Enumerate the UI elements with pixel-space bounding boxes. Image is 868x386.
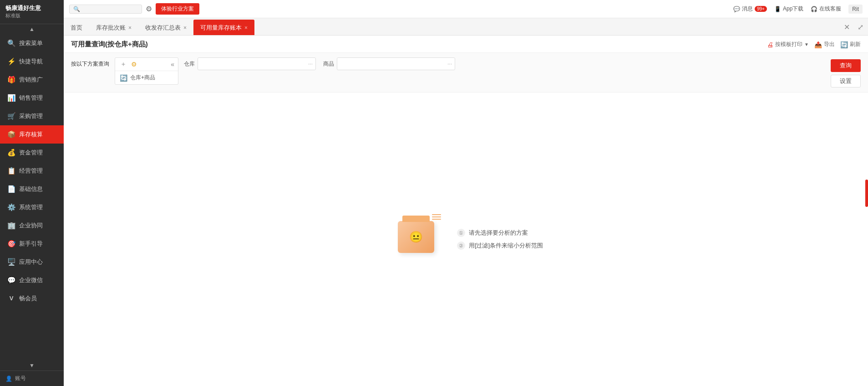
message-btn[interactable]: 💬 消息 99+ [733,5,767,13]
sidebar-item-operation[interactable]: 📋 经营管理 [0,162,64,180]
topbar-search-input[interactable] [82,6,137,12]
scheme-item-icon: 🔄 [120,74,127,82]
tab-available-ledger[interactable]: 可用量库存账本 × [193,20,254,35]
warehouse-label: 仓库 [184,60,195,68]
system-icon: ⚙️ [7,203,15,211]
export-btn[interactable]: 📤 导出 [814,41,835,48]
goods-label: 商品 [323,60,334,68]
right-scrollbar[interactable] [865,180,868,207]
goods-input[interactable] [337,61,445,67]
tab-available-ledger-label: 可用量库存账本 [200,24,242,32]
sidebar-item-label: 新手引导 [19,240,43,248]
refresh-icon: 🔄 [840,41,848,48]
scheme-item-label: 仓库+商品 [130,74,155,82]
sidebar-item-search[interactable]: 🔍 搜索菜单 [0,34,64,52]
sidebar-footer[interactable]: 👤 账号 [0,371,64,386]
tab-receipt-summary-close[interactable]: × [183,25,187,31]
user-btn[interactable]: Rit [848,5,863,14]
filter-scheme-panel: ＋ ⚙ « 🔄 仓库+商品 [115,57,178,85]
wechat-icon: 💬 [7,276,15,284]
sidebar-item-member[interactable]: V 畅会员 [0,289,64,308]
tab-available-ledger-close[interactable]: × [244,25,248,31]
sidebar-item-wechat[interactable]: 💬 企业微信 [0,271,64,289]
empty-hints: ① 请先选择要分析的方案 ② 用[过滤]条件来缩小分析范围 [457,229,543,250]
hint-number-2: ② [457,242,465,250]
page-header-actions: 🖨 按模板打印 ▼ 📤 导出 🔄 刷新 [767,41,861,48]
goods-input-wrap[interactable]: ··· [337,57,455,70]
goods-more-btn[interactable]: ··· [445,61,455,67]
page-content: 可用量查询(按仓库+商品) 🖨 按模板打印 ▼ 📤 导出 🔄 刷新 按以下 [64,36,868,386]
appcenter-icon: 🖥️ [7,258,15,266]
sidebar-item-inventory[interactable]: 📦 库存核算 [0,125,64,144]
filter-label: 按以下方案查询 [71,57,109,68]
sidebar-header: 畅康通好生意 标准版 [0,0,64,24]
warehouse-input[interactable] [198,61,305,67]
sidebar-scroll-up[interactable]: ▲ [0,24,64,34]
scheme-add-btn[interactable]: ＋ [119,60,128,69]
sidebar-item-system[interactable]: ⚙️ 系统管理 [0,198,64,216]
sidebar-item-newuser[interactable]: 🎯 新手引导 [0,235,64,253]
sidebar: 畅康通好生意 标准版 ▲ 🔍 搜索菜单 ⚡ 快捷导航 🎁 营销推广 📊 销售管理… [0,0,64,386]
sales-icon: 📊 [7,94,15,102]
sidebar-item-label: 系统管理 [19,203,43,211]
sidebar-item-label: 库存核算 [19,130,43,139]
sidebar-item-purchase[interactable]: 🛒 采购管理 [0,107,64,125]
sidebar-scroll-down[interactable]: ▼ [0,360,64,371]
message-label: 消息 [742,5,753,13]
brand-tag: 标准版 [5,12,58,19]
hint-number-1: ① [457,229,465,237]
print-label: 按模板打印 [775,41,802,48]
tab-home[interactable]: 首页 [64,20,89,35]
print-btn[interactable]: 🖨 按模板打印 ▼ [767,41,809,48]
sidebar-item-sales[interactable]: 📊 销售管理 [0,89,64,107]
sidebar-item-label: 基础信息 [19,185,43,193]
query-button[interactable]: 查询 [831,59,861,72]
hint-text-1: 请先选择要分析的方案 [469,229,528,237]
tab-batch-account-label: 库存批次账 [96,24,126,32]
app-download-btn[interactable]: 📱 App下载 [774,5,803,13]
sidebar-item-finance[interactable]: 💰 资金管理 [0,144,64,162]
sidebar-item-enterprise[interactable]: 🏢 企业协同 [0,216,64,235]
filter-fields: 仓库 ··· 商品 ··· [184,57,825,70]
empty-state: 😐 ① 请先选择要分析的方案 ② 用[过滤]条件来缩小分析范围 [64,93,868,386]
tab-bar: 首页 库存批次账 × 收发存汇总表 × 可用量库存账本 × ✕ ⤢ [64,18,868,36]
brand-name: 畅康通好生意 [5,5,58,12]
empty-box: 😐 [398,221,434,253]
main-container: 🔍 ⚙ 体验行业方案 💬 消息 99+ 📱 App下载 🎧 在线客服 Rit [64,0,868,386]
headset-icon: 🎧 [811,6,817,12]
empty-hint-1: ① 请先选择要分析的方案 [457,229,543,237]
sidebar-item-appcenter[interactable]: 🖥️ 应用中心 [0,253,64,271]
scheme-settings-btn[interactable]: ⚙ [130,60,138,68]
settings-button[interactable]: 设置 [831,75,861,87]
search-icon: 🔍 [73,6,80,12]
page-title: 可用量查询(按仓库+商品) [71,40,148,49]
sidebar-item-quick-nav[interactable]: ⚡ 快捷导航 [0,52,64,71]
sidebar-item-label: 经营管理 [19,167,43,175]
filter-scheme-item[interactable]: 🔄 仓库+商品 [115,71,178,84]
tab-bar-close-btn[interactable]: ✕ [844,22,850,31]
warehouse-more-btn[interactable]: ··· [305,61,315,67]
operation-icon: 📋 [7,167,15,175]
tab-batch-account-close[interactable]: × [128,25,132,31]
message-badge: 99+ [755,6,767,12]
member-icon: V [7,294,15,303]
search-icon: 🔍 [7,39,15,47]
tab-receipt-summary[interactable]: 收发存汇总表 × [138,20,193,35]
tab-bar-expand-btn[interactable]: ⤢ [858,22,863,31]
sidebar-item-label: 快捷导航 [19,57,43,66]
industry-btn[interactable]: 体验行业方案 [156,3,199,15]
sidebar-item-basic[interactable]: 📄 基础信息 [0,180,64,198]
inventory-icon: 📦 [7,130,15,139]
gear-icon[interactable]: ⚙ [146,5,152,13]
print-dropdown-icon[interactable]: ▼ [804,42,809,47]
sidebar-item-marketing[interactable]: 🎁 营销推广 [0,71,64,89]
sidebar-item-label: 企业协同 [19,221,43,230]
filter-area: 按以下方案查询 ＋ ⚙ « 🔄 仓库+商品 仓库 [64,53,868,93]
topbar-search-box[interactable]: 🔍 [69,5,142,14]
tab-home-label: 首页 [71,24,82,32]
scheme-collapse-btn[interactable]: « [171,61,174,68]
tab-batch-account[interactable]: 库存批次账 × [89,20,138,35]
refresh-btn[interactable]: 🔄 刷新 [840,41,861,48]
warehouse-input-wrap[interactable]: ··· [198,57,316,70]
online-service-btn[interactable]: 🎧 在线客服 [811,5,841,13]
